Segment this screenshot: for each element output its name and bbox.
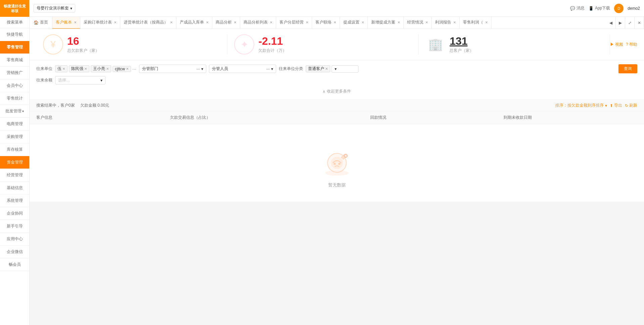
stat-total-customers: 🏢 131 总客户（家） xyxy=(419,34,610,55)
tab-expand[interactable]: ⤢ xyxy=(625,17,635,29)
dept-label: 分管部门 xyxy=(142,66,158,72)
sidebar-item-wholesale[interactable]: 批发管理 ▾ xyxy=(0,105,29,118)
sidebar-item-purchase[interactable]: 采购管理 xyxy=(0,131,29,143)
tab-product-stock-close[interactable]: ✕ xyxy=(206,21,209,24)
tab-commission-settings-label: 提成设置 xyxy=(343,20,359,25)
stat-total-customers-info: 131 总客户（家） xyxy=(449,36,474,53)
tab-home[interactable]: 🏠 首页 xyxy=(30,17,52,29)
app-download-label: App下载 xyxy=(595,5,610,11)
filter-tag-chen: 陈民强 ✕ xyxy=(69,65,89,72)
tab-new-commission[interactable]: 新增提成方案 ✕ xyxy=(368,17,404,29)
tab-nav-prev[interactable]: ◀ xyxy=(606,17,616,29)
tab-purchase-order-stats[interactable]: 采购订单统计表 ✕ xyxy=(80,17,120,29)
messages-btn[interactable]: 💬 消息 xyxy=(570,5,585,11)
tab-customer-tier[interactable]: 客户分层经营 ✕ xyxy=(276,17,312,29)
filter-tag-cjttcw-label: cjttcw xyxy=(115,67,125,71)
account-selector[interactable]: 母婴行业演示帐套 ▾ xyxy=(34,4,75,12)
username-label[interactable]: demo2 xyxy=(628,6,640,11)
sidebar-item-apps[interactable]: 应用中心 xyxy=(0,233,29,246)
sort-btn[interactable]: 排序：按欠款金额到序排序 ▾ xyxy=(555,103,607,108)
sidebar-item-newbie[interactable]: 新手引导 xyxy=(0,220,29,233)
logo-text: 畅捷通好生意 xyxy=(4,4,26,8)
filter-tag-wang-close[interactable]: ✕ xyxy=(106,67,109,71)
help-btn[interactable]: ? 帮助 xyxy=(626,42,637,47)
tab-product-analysis-close[interactable]: ✕ xyxy=(234,21,237,24)
stat-credit-customers: ¥ 16 总欠款客户（家） xyxy=(36,34,227,55)
credit-customers-value: 16 xyxy=(67,36,99,46)
sidebar-item-enterprise[interactable]: 企业协同 xyxy=(0,207,29,220)
tab-purchase-order-stats-close[interactable]: ✕ xyxy=(114,21,117,24)
sidebar-item-basic-info[interactable]: 基础信息 xyxy=(0,182,29,194)
help-icon: ? xyxy=(626,42,628,47)
tab-customer-ledger-close[interactable]: ✕ xyxy=(74,21,77,24)
filter-tag-chen-close[interactable]: ✕ xyxy=(84,67,87,71)
tab-product-analysis[interactable]: 商品分析 ✕ xyxy=(212,17,240,29)
tab-incoming-stats-label: 进货单统计表（按商品） xyxy=(124,20,168,25)
refresh-label: 刷新 xyxy=(629,103,637,108)
tab-customer-tier-close[interactable]: ✕ xyxy=(306,21,308,24)
tab-incoming-stats-close[interactable]: ✕ xyxy=(170,21,173,24)
tab-retail-profit-close[interactable]: ✕ xyxy=(485,21,488,24)
tab-commission-settings-close[interactable]: ✕ xyxy=(361,21,364,24)
sidebar-item-system[interactable]: 系统管理 xyxy=(0,194,29,207)
tab-new-commission-label: 新增提成方案 xyxy=(371,20,395,25)
table-header: 客户信息 欠款交易信息（占比） 回款情况 到期未收款日期 xyxy=(30,111,644,124)
sidebar-item-retail[interactable]: 零售管理 xyxy=(0,41,29,54)
sidebar-item-inventory[interactable]: 库存核算 xyxy=(0,143,29,156)
video-btn[interactable]: ▶ 视频 xyxy=(610,42,623,47)
total-customers-label: 总客户（家） xyxy=(449,48,474,53)
tab-commission-settings[interactable]: 提成设置 ✕ xyxy=(340,17,368,29)
sidebar-item-wechat[interactable]: 企业微信 xyxy=(0,246,29,258)
refresh-icon: ↻ xyxy=(625,103,628,108)
sidebar-item-ecommerce[interactable]: 电商管理 xyxy=(0,118,29,131)
sort-icon: ▾ xyxy=(605,103,607,108)
sidebar-item-member2[interactable]: 畅会员 xyxy=(0,258,29,271)
sidebar-item-retail-mall[interactable]: 零售商城 xyxy=(0,54,29,67)
tab-new-commission-close[interactable]: ✕ xyxy=(397,21,400,24)
tab-customer-contact[interactable]: 客户联络 ✕ xyxy=(312,17,340,29)
table-col-repayment: 回款情况 xyxy=(370,115,504,120)
app-download-btn[interactable]: 📱 App下载 xyxy=(589,5,610,11)
balance-placeholder: 选择... xyxy=(58,77,70,83)
tab-customer-contact-label: 客户联络 xyxy=(315,20,332,25)
total-customers-value: 131 xyxy=(449,36,474,46)
refresh-btn[interactable]: ↻ 刷新 xyxy=(625,103,637,108)
tab-business-status-close[interactable]: ✕ xyxy=(425,21,428,24)
filter-tag-wang-label: 王小亮 xyxy=(93,66,105,72)
credit-total-icon: ✦ xyxy=(234,34,254,55)
sidebar-item-shortcuts[interactable]: 快捷导航 xyxy=(0,28,29,41)
tab-customer-contact-close[interactable]: ✕ xyxy=(334,21,336,24)
dept-select[interactable]: 分管部门 ··· ▾ xyxy=(139,65,206,73)
sidebar-item-member[interactable]: 会员中心 xyxy=(0,79,29,92)
sidebar-item-retail-stats[interactable]: 零售统计 xyxy=(0,92,29,105)
tab-product-analysis-list[interactable]: 商品分析列表 ✕ xyxy=(240,17,276,29)
balance-select[interactable]: 选择... ▾ xyxy=(55,76,105,84)
tab-profit-report-close[interactable]: ✕ xyxy=(453,21,456,24)
category-select-more[interactable]: ▾ xyxy=(332,65,358,73)
tab-close-all[interactable]: ✕ xyxy=(635,17,644,29)
filter-tag-normal-customer-label: 普通客户 xyxy=(308,66,324,72)
export-icon: ⬆ xyxy=(610,103,613,108)
filter-tag-normal-customer-close[interactable]: ✕ xyxy=(325,67,328,71)
sidebar-item-operations[interactable]: 经营管理 xyxy=(0,169,29,182)
person-select[interactable]: 分管人员 ··· ▾ xyxy=(209,65,276,73)
tab-retail-profit[interactable]: 零售利润（ ✕ xyxy=(460,17,491,29)
filter-tag-wu-close[interactable]: ✕ xyxy=(62,67,65,71)
tab-profit-report[interactable]: 利润报告 ✕ xyxy=(432,17,460,29)
sidebar-item-search[interactable]: 搜索菜单 xyxy=(0,17,29,28)
balance-label: 往来余额 xyxy=(36,77,52,83)
sidebar-item-marketing[interactable]: 营销推广 xyxy=(0,67,29,79)
tab-incoming-stats[interactable]: 进货单统计表（按商品） ✕ xyxy=(120,17,176,29)
sidebar-item-finance[interactable]: 资金管理 xyxy=(0,156,29,169)
chevron-down-icon: ▾ xyxy=(100,78,102,83)
filter-more-btn[interactable]: ··· xyxy=(132,66,136,72)
tab-business-status[interactable]: 经营情况 ✕ xyxy=(404,17,432,29)
filter-tag-cjttcw-close[interactable]: ✕ xyxy=(126,67,129,71)
collapse-filter-btn[interactable]: ∧ 收起更多条件 xyxy=(36,87,637,96)
tab-product-stock[interactable]: 产成品入库单 ✕ xyxy=(176,17,212,29)
export-btn[interactable]: ⬆ 导出 xyxy=(610,103,622,108)
query-button[interactable]: 查询 xyxy=(618,64,637,73)
tab-customer-ledger[interactable]: 客户账本 ✕ xyxy=(52,17,80,29)
tab-nav-next[interactable]: ▶ xyxy=(616,17,625,29)
tab-product-analysis-list-close[interactable]: ✕ xyxy=(270,21,272,24)
